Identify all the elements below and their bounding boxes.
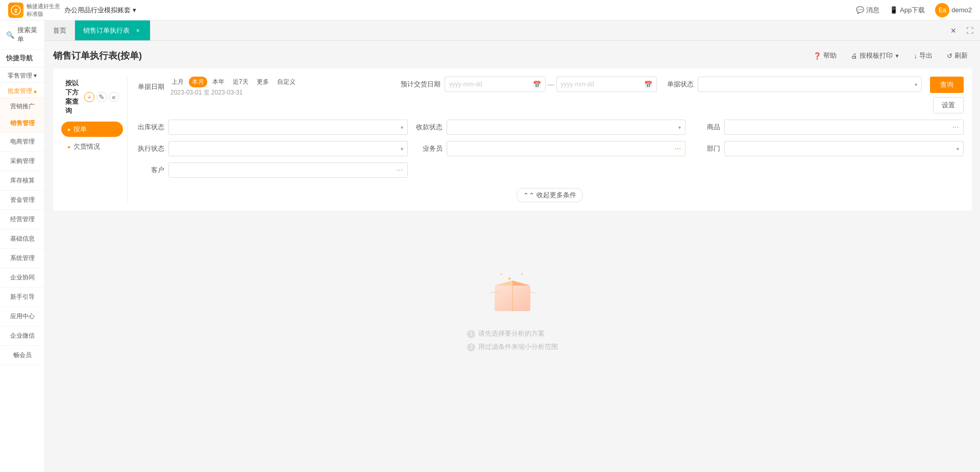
sidebar-item-newbie[interactable]: 新手引导 [0, 288, 44, 307]
sidebar-item-finance[interactable]: 资金管理 [0, 191, 44, 210]
sidebar-item-marketing[interactable]: 营销推广 [0, 98, 44, 115]
date-start-input[interactable]: yyyy-mm-dd 📅 [445, 77, 546, 92]
tab-home[interactable]: 首页 [45, 20, 75, 40]
svg-text:✦: ✦ [500, 272, 503, 276]
close-window-button[interactable]: ✕ [947, 25, 960, 37]
date-end-input[interactable]: yyyy-mm-dd 📅 [556, 77, 657, 92]
department-select[interactable]: ▾ [724, 141, 964, 156]
shortcut-custom[interactable]: 自定义 [274, 77, 299, 87]
order-status-label: 单据状态 [665, 80, 694, 89]
sidebar-item-app-center[interactable]: 应用中心 [0, 307, 44, 326]
page-header: 销售订单执行表(按单) ❓ 帮助 🖨 按模板打印 ↓ 导出 [53, 49, 972, 62]
header-left: 畅捷通好生意 标准版 办公用品行业模拟账套 ▾ [8, 3, 136, 18]
refresh-button[interactable]: ↺ 刷新 [943, 49, 972, 62]
execution-status-label: 执行状态 [136, 144, 164, 153]
sidebar-item-ecommerce[interactable]: 电商管理 [0, 132, 44, 152]
tab-bar: 首页 销售订单执行表 × ✕ ⛶ [45, 20, 980, 41]
execution-status-field: 执行状态 ▾ [136, 141, 408, 156]
scheme-dot-icon: ● [67, 127, 70, 132]
shortcut-more[interactable]: 更多 [254, 77, 272, 87]
content-area: 首页 销售订单执行表 × ✕ ⛶ 销售订单执行表(按单) ❓ 帮助 [45, 20, 980, 472]
refresh-icon: ↺ [947, 52, 952, 60]
export-button[interactable]: ↓ 导出 [910, 49, 937, 62]
svg-point-0 [11, 6, 20, 15]
print-button[interactable]: 🖨 按模板打印 [847, 49, 904, 62]
delivery-status-select[interactable]: ▾ [168, 120, 408, 135]
main-layout: 🔍 搜索菜单 快捷导航 零售管理 ▾ 批发管理 ▴ 营销推广 销售管理 电商管理… [0, 20, 980, 472]
customer-more-icon: ··· [396, 166, 403, 175]
tab-close-button[interactable]: × [134, 27, 142, 35]
page-actions: ❓ 帮助 🖨 按模板打印 ↓ 导出 ↺ 刷新 [809, 49, 972, 62]
company-select[interactable]: 办公用品行业模拟账套 ▾ [64, 6, 136, 15]
order-date-label: 单据日期 [136, 82, 164, 91]
shortcut-this-year[interactable]: 本年 [209, 77, 228, 87]
salesperson-field: 业务员 ··· [414, 141, 686, 156]
download-icon: 📱 [890, 6, 898, 14]
filter-panel: 按以下方案查询 + ✎ « ● 按单 ● [53, 68, 972, 210]
messages-button[interactable]: 💬 消息 [856, 6, 879, 15]
sidebar-item-quicknav[interactable]: 快捷导航 [0, 50, 44, 67]
maximize-window-button[interactable]: ⛶ [964, 25, 976, 37]
svg-text:✦: ✦ [507, 276, 511, 281]
customer-input[interactable]: ··· [168, 162, 408, 178]
sidebar-item-search[interactable]: 🔍 搜索菜单 [0, 20, 44, 50]
sidebar-item-basics[interactable]: 基础信息 [0, 229, 44, 249]
export-icon: ↓ [914, 52, 918, 60]
add-scheme-button[interactable]: + [84, 92, 94, 102]
collapse-filters-button[interactable]: ⌃⌃ 收起更多条件 [517, 188, 583, 202]
svg-point-1 [15, 11, 17, 13]
nav-item-quehuo[interactable]: ● 欠货情况 [61, 139, 123, 154]
empty-hints: 请先选择要分析的方案 用过滤条件来缩小分析范围 [467, 327, 558, 353]
sidebar-item-purchase[interactable]: 采购管理 [0, 152, 44, 171]
nav-item-bandan[interactable]: ● 按单 [61, 122, 123, 137]
logo-area: 畅捷通好生意 标准版 [8, 3, 60, 18]
sidebar-item-system[interactable]: 系统管理 [0, 249, 44, 268]
collapse-up-icon: ⌃⌃ [523, 192, 534, 199]
sidebar: 🔍 搜索菜单 快捷导航 零售管理 ▾ 批发管理 ▴ 营销推广 销售管理 电商管理… [0, 20, 45, 472]
app-download-button[interactable]: 📱 App下载 [890, 6, 925, 15]
shortcut-last-month[interactable]: 上月 [168, 77, 187, 87]
product-field: 商品 ··· [692, 120, 964, 135]
left-nav-actions: + ✎ « [84, 92, 119, 102]
scheme-circle-icon: ● [67, 144, 70, 150]
query-btn-group: 查询 设置 [930, 77, 964, 113]
shortcut-this-month[interactable]: 本月 [189, 77, 207, 87]
edit-scheme-button[interactable]: ✎ [96, 92, 107, 102]
settings-button[interactable]: 设置 [933, 97, 964, 113]
calendar-start-icon: 📅 [533, 81, 541, 88]
help-button[interactable]: ❓ 帮助 [809, 49, 841, 62]
salesperson-input[interactable]: ··· [447, 141, 686, 156]
sidebar-item-sales[interactable]: 销售管理 [0, 115, 44, 132]
filter-row-2: 出库状态 ▾ 收款状态 ▾ [136, 120, 964, 135]
sidebar-item-inventory[interactable]: 库存核算 [0, 171, 44, 191]
tab-sales-execution[interactable]: 销售订单执行表 × [75, 20, 150, 40]
sidebar-item-wholesale[interactable]: 批发管理 ▴ [0, 83, 44, 98]
empty-hint-2: 用过滤条件来缩小分析范围 [467, 340, 558, 353]
help-icon: ❓ [813, 52, 821, 60]
sidebar-item-operations[interactable]: 经营管理 [0, 210, 44, 229]
avatar: Ea [935, 3, 949, 17]
collapse-nav-button[interactable]: « [109, 92, 119, 102]
product-input[interactable]: ··· [724, 120, 964, 135]
payment-status-field: 收款状态 ▾ [414, 120, 686, 135]
left-nav-header: 按以下方案查询 + ✎ « [61, 77, 123, 117]
header-right: 💬 消息 📱 App下载 Ea demo2 [856, 3, 972, 17]
filter-row-3: 执行状态 ▾ 业务员 ··· [136, 141, 964, 156]
svg-text:✦: ✦ [520, 272, 524, 276]
order-status-select[interactable]: ▾ [698, 77, 922, 92]
sidebar-item-member[interactable]: 畅会员 [0, 346, 44, 365]
sidebar-item-enterprise[interactable]: 企业协同 [0, 268, 44, 288]
payment-status-arrow-icon: ▾ [678, 125, 681, 130]
execution-status-select[interactable]: ▾ [168, 141, 408, 156]
department-arrow-icon: ▾ [957, 146, 959, 152]
left-nav-panel: 按以下方案查询 + ✎ « ● 按单 ● [61, 77, 128, 202]
shortcut-last-7days[interactable]: 近7天 [230, 77, 252, 87]
query-button[interactable]: 查询 [930, 77, 964, 93]
product-more-icon: ··· [952, 123, 959, 132]
user-profile[interactable]: Ea demo2 [935, 3, 972, 17]
sidebar-item-enterprise-wechat[interactable]: 企业微信 [0, 326, 44, 346]
sidebar-item-retail[interactable]: 零售管理 ▾ [0, 67, 44, 83]
payment-status-select[interactable]: ▾ [447, 120, 686, 135]
delivery-status-arrow-icon: ▾ [401, 125, 403, 130]
logo-icon [8, 3, 23, 18]
